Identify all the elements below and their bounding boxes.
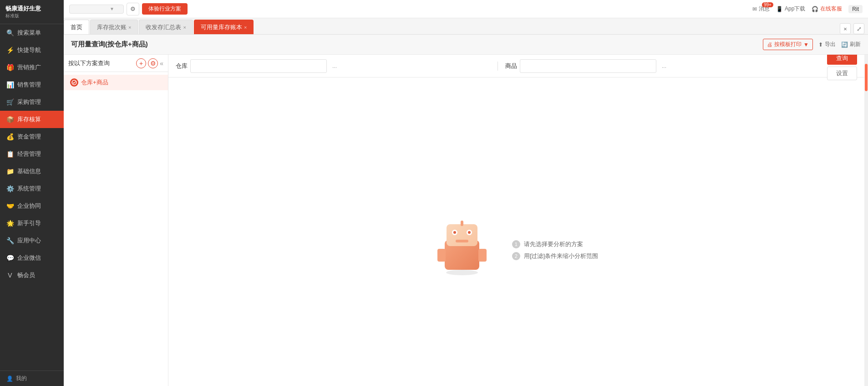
export-btn[interactable]: ⬆ 导出 [818,41,836,48]
scheme-actions: + ⚙ « [136,58,163,68]
header-gear-btn[interactable]: ⚙ [127,3,139,15]
tab-collect-summary-close[interactable]: × [183,25,186,30]
trial-btn[interactable]: 体验行业方案 [142,3,188,15]
refresh-icon: 🔄 [841,41,848,48]
sidebar-icon-marketing_promo: 🎁 [6,64,14,71]
query-area: 按以下方案查询 + ⚙ « 仓库+商品 [64,55,868,386]
scheme-item-label: 仓库+商品 [81,78,108,87]
empty-wrapper: 1 请先选择要分析的方案 2 用[过滤]条件来缩小分析范围 [435,221,598,280]
tab-batch-account-label: 库存批次账 [97,23,127,31]
right-scrollbar[interactable] [864,55,868,386]
sidebar-item-appstore[interactable]: 🔧应用中心 [0,232,64,249]
right-scrollbar-thumb[interactable] [865,64,868,91]
refresh-btn[interactable]: 🔄 刷新 [841,41,861,48]
hint-row-1: 1 请先选择要分析的方案 [512,240,598,248]
filter-actions: 查询 设置 [827,55,857,80]
sidebar-icon-purchase: 🛒 [6,98,14,106]
sidebar-item-inventory[interactable]: 📦库存核算 [0,111,64,128]
refresh-label: 刷新 [850,41,861,48]
sidebar-icon-enterprise: 🤝 [6,202,14,210]
filter-product-more[interactable]: ... [659,63,669,69]
sidebar-item-enterprise[interactable]: 🤝企业协同 [0,197,64,215]
tab-collect-summary-label: 收发存汇总表 [146,23,181,31]
header-service-btn[interactable]: 🎧 在线客服 [812,5,842,13]
sidebar-scroll: 🔍搜索菜单⚡快捷导航🎁营销推广📊销售管理🛒采购管理📦库存核算💰资金管理📋经营管理… [0,24,64,371]
sidebar-item-purchase[interactable]: 🛒采购管理 [0,93,64,111]
sidebar-item-newbie[interactable]: 🌟新手引导 [0,215,64,232]
tab-available-book[interactable]: 可用量库存账本 × [194,20,254,34]
filter-product-label: 商品 [505,62,517,70]
sidebar-label-search: 搜索菜单 [17,29,41,37]
sidebar-icon-member: V [6,272,14,279]
sidebar-item-operation[interactable]: 📋经营管理 [0,145,64,163]
header-search-box[interactable]: ▼ [69,5,124,14]
tab-collect-summary[interactable]: 收发存汇总表 × [139,20,193,34]
sidebar-label-purchase: 采购管理 [17,98,41,106]
tab-available-book-close[interactable]: × [244,25,247,30]
sidebar-bottom[interactable]: 👤 我的 [0,371,64,386]
sidebar-label-inventory: 库存核算 [17,115,41,124]
right-panel: 仓库 ... 商品 ... 查询 设置 [168,55,864,386]
filter-warehouse-more[interactable]: ... [330,63,340,69]
sidebar-item-wechat[interactable]: 💬企业微信 [0,249,64,267]
scheme-list-item[interactable]: 仓库+商品 [64,75,168,90]
shadow [446,270,478,275]
export-icon: ⬆ [818,41,823,48]
sidebar-icon-system: ⚙️ [6,185,14,192]
robot-arm-left [437,249,446,262]
sidebar: 畅康通好生意 标准版 🔍搜索菜单⚡快捷导航🎁营销推广📊销售管理🛒采购管理📦库存核… [0,0,64,386]
scheme-header: 按以下方案查询 + ⚙ « [64,55,168,72]
template-dropdown-icon[interactable]: ▼ [803,41,809,48]
page-header-actions: 🖨 按模板打印 ▼ ⬆ 导出 🔄 刷新 [763,39,861,50]
tab-home[interactable]: 首页 [64,20,89,34]
export-label: 导出 [825,41,836,48]
query-btn[interactable]: 查询 [827,55,857,65]
template-print-btn[interactable]: 🖨 按模板打印 ▼ [763,39,813,50]
scheme-collapse-btn[interactable]: « [160,60,163,67]
sidebar-label-wechat: 企业微信 [17,254,41,262]
sidebar-item-finance[interactable]: 💰资金管理 [0,128,64,145]
tabs-close-all-btn[interactable]: × [840,23,851,34]
filter-product-input[interactable] [520,59,656,73]
hint-text-2: 用[过滤]条件来缩小分析范围 [524,252,598,260]
header-msg-btn[interactable]: ✉ 消息 99+ [752,5,770,13]
scheme-item-icon [70,78,78,87]
sidebar-item-search[interactable]: 🔍搜索菜单 [0,24,64,41]
tabs-expand-btn[interactable]: ⤢ [853,23,864,34]
robot-eye-right [467,230,472,235]
sidebar-item-basic[interactable]: 📁基础信息 [0,163,64,180]
sidebar-item-marketing_promo[interactable]: 🎁营销推广 [0,59,64,76]
sidebar-label-shortcut: 快捷导航 [17,46,41,54]
tab-batch-account-close[interactable]: × [128,25,131,30]
robot-pupil-left [453,231,456,234]
sidebar-label-marketing_promo: 营销推广 [17,63,41,72]
header-app-btn[interactable]: 📱 App下载 [776,5,805,13]
filter-warehouse-field: 仓库 ... [176,59,490,73]
scheme-settings-btn[interactable]: ⚙ [148,58,158,68]
sidebar-item-sales[interactable]: 📊销售管理 [0,76,64,93]
msg-icon: ✉ [752,6,757,12]
scheme-list: 仓库+商品 [64,72,168,93]
header-dropdown-icon[interactable]: ▼ [110,6,114,11]
sidebar-item-system[interactable]: ⚙️系统管理 [0,180,64,197]
empty-state: 1 请先选择要分析的方案 2 用[过滤]条件来缩小分析范围 [168,77,864,386]
empty-illustration [435,221,489,280]
content-area: 可用量查询(按仓库+商品) 🖨 按模板打印 ▼ ⬆ 导出 🔄 刷新 [64,35,868,386]
filter-warehouse-label: 仓库 [176,62,188,70]
header-search-input[interactable] [73,6,110,12]
sidebar-icon-search: 🔍 [6,29,14,36]
tabs-bar: 首页 库存批次账 × 收发存汇总表 × 可用量库存账本 × × ⤢ [64,18,868,35]
sidebar-icon-finance: 💰 [6,133,14,140]
robot-eye-left [452,230,457,235]
sidebar-label-system: 系统管理 [17,185,41,193]
sidebar-icon-sales: 📊 [6,81,14,88]
tab-batch-account[interactable]: 库存批次账 × [90,20,138,34]
sidebar-item-shortcut[interactable]: ⚡快捷导航 [0,41,64,59]
sidebar-bottom-label: 我的 [16,375,27,382]
sidebar-item-member[interactable]: V畅会员 [0,267,64,284]
filter-warehouse-input[interactable] [190,59,327,73]
sidebar-label-appstore: 应用中心 [17,237,41,245]
header-username[interactable]: Rit [848,5,863,13]
tab-home-label: 首页 [71,23,82,31]
scheme-add-btn[interactable]: + [136,58,146,68]
